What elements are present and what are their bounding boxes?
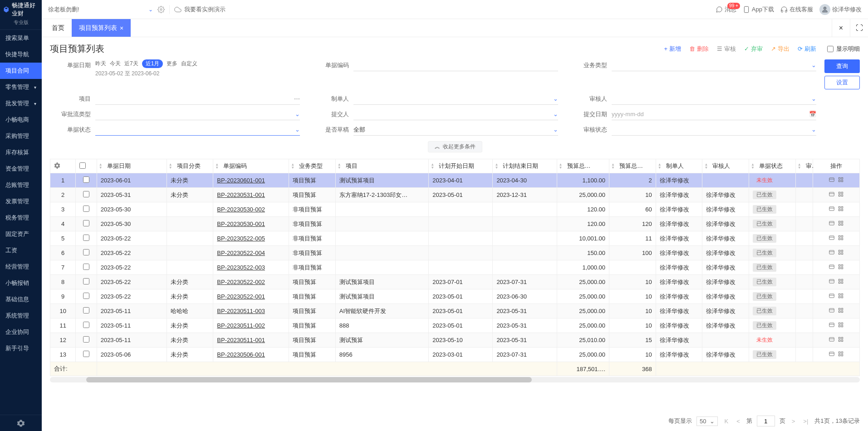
submitter-select[interactable]: ⌄ [353, 108, 558, 120]
row-checkbox[interactable] [83, 278, 89, 284]
table-row[interactable]: 82023-05-22未分类BP-20230522-002项目预算测试预算项目2… [50, 275, 860, 289]
view-icon[interactable] [829, 351, 835, 357]
table-row[interactable]: 52023-05-22BP-20230522-005非项目预算10,001.00… [50, 231, 860, 246]
more-icon[interactable] [838, 220, 844, 226]
draft-select[interactable]: 全部⌄ [353, 124, 558, 136]
sidebar-item[interactable]: 新手引导 [0, 340, 42, 357]
view-icon[interactable] [829, 176, 835, 183]
more-icon[interactable] [838, 176, 844, 183]
gear-icon[interactable] [157, 6, 165, 13]
col-auditor[interactable]: ▲▼审核人 [702, 159, 749, 173]
sidebar-item[interactable]: 采购管理 [0, 128, 42, 144]
page-last[interactable]: >| [801, 418, 810, 425]
view-icon[interactable] [829, 307, 835, 313]
more-icon[interactable] [838, 235, 844, 241]
table-row[interactable]: 112023-05-11未分类BP-20230511-002项目预算888202… [50, 318, 860, 333]
more-icon[interactable] [838, 264, 844, 270]
user-menu[interactable]: 徐泽华修改 [819, 4, 862, 15]
sidebar-settings[interactable] [0, 415, 42, 431]
col-project[interactable]: ▲▼项目 [335, 159, 428, 173]
demo-link[interactable]: 我要看实例演示 [174, 5, 226, 14]
biztype-select[interactable]: ⌄ [612, 59, 816, 71]
sidebar-item[interactable]: 基础信息 [0, 291, 42, 308]
col-budget1[interactable]: ▲▼预算总… [557, 159, 609, 173]
sidebar-item[interactable]: 搜索菜单 [0, 30, 42, 46]
sidebar-item[interactable]: 库存核算 [0, 144, 42, 161]
preset-custom[interactable]: 自定义 [181, 60, 197, 68]
auditor-select[interactable]: ⌄ [612, 93, 816, 105]
code-link[interactable]: BP-20230530-001 [217, 220, 265, 227]
auditstatus-select[interactable]: ⌄ [612, 124, 816, 136]
table-row[interactable]: 102023-05-11哈哈哈BP-20230511-003项目预算AI智能软硬… [50, 304, 860, 318]
table-row[interactable]: 42023-05-30BP-20230530-001非项目预算120.00120… [50, 217, 860, 231]
sidebar-item[interactable]: 税务管理 [0, 210, 42, 226]
sidebar-item[interactable]: 企业协同 [0, 324, 42, 340]
code-link[interactable]: BP-20230522-003 [217, 264, 265, 271]
service-button[interactable]: 在线客服 [780, 5, 813, 14]
settings-button[interactable]: 设置 [824, 76, 860, 89]
project-input[interactable]: ⋯ [95, 93, 300, 105]
table-row[interactable]: 92023-05-22未分类BP-20230522-001项目预算测试预算项目2… [50, 289, 860, 304]
code-link[interactable]: BP-20230601-001 [217, 177, 265, 184]
view-icon[interactable] [829, 191, 835, 197]
view-icon[interactable] [829, 206, 835, 212]
preset-today[interactable]: 今天 [110, 60, 121, 68]
col-biztype[interactable]: ▲▼业务类型 [289, 159, 336, 173]
col-extra[interactable]: ▲▼审… [795, 159, 813, 173]
show-detail-toggle[interactable]: 显示明细 [827, 45, 860, 53]
page-input[interactable] [757, 416, 775, 426]
sidebar-item[interactable]: 总账管理 [0, 177, 42, 193]
refresh-button[interactable]: ⟳刷新 [798, 45, 816, 53]
delete-button[interactable]: 🗑删除 [689, 45, 709, 53]
more-icon[interactable] [838, 278, 844, 284]
row-checkbox[interactable] [83, 336, 89, 343]
export-button[interactable]: ↗导出 [771, 45, 790, 53]
audit-button[interactable]: ☰审核 [717, 45, 736, 53]
row-checkbox[interactable] [83, 264, 89, 270]
view-icon[interactable] [829, 322, 835, 328]
add-button[interactable]: +新增 [664, 45, 681, 53]
table-row[interactable]: 132023-05-06未分类BP-20230506-001项目预算895620… [50, 348, 860, 362]
more-icon[interactable] [838, 191, 844, 197]
sidebar-item[interactable]: 发票管理 [0, 193, 42, 210]
page-next[interactable]: > [790, 418, 797, 425]
table-row[interactable]: 72023-05-22BP-20230522-003非项目预算1,000.00徐… [50, 260, 860, 275]
row-checkbox[interactable] [83, 322, 89, 328]
view-icon[interactable] [829, 336, 835, 343]
view-icon[interactable] [829, 278, 835, 284]
preset-last7[interactable]: 近7天 [124, 60, 138, 68]
view-icon[interactable] [829, 235, 835, 241]
message-button[interactable]: 消息 99 + [716, 5, 736, 14]
download-button[interactable]: App下载 [743, 5, 774, 14]
code-link[interactable]: BP-20230511-001 [217, 337, 265, 343]
scrollbar-thumb[interactable] [86, 377, 532, 382]
tab-fullscreen[interactable]: ⛶ [850, 19, 868, 37]
col-code[interactable]: ▲▼单据编码 [213, 159, 289, 173]
col-budget2[interactable]: ▲▼预算总… [609, 159, 656, 173]
collapse-filters[interactable]: ︽ 收起更多条件 [428, 141, 482, 152]
tab-budget-list[interactable]: 项目预算列表 × [72, 19, 131, 37]
page-first[interactable]: K [722, 418, 730, 425]
flowtype-select[interactable]: ⌄ [95, 108, 300, 120]
view-icon[interactable] [829, 293, 835, 299]
sidebar-item[interactable]: 小畅报销 [0, 275, 42, 291]
query-button[interactable]: 查询 [824, 59, 860, 73]
show-detail-checkbox[interactable] [827, 46, 834, 52]
tab-close-all[interactable]: × [832, 19, 850, 37]
col-checkbox[interactable] [76, 159, 97, 173]
col-date[interactable]: ▲▼单据日期 [97, 159, 167, 173]
h-scrollbar[interactable] [50, 377, 860, 382]
row-checkbox[interactable] [83, 206, 89, 212]
code-link[interactable]: BP-20230522-001 [217, 293, 265, 300]
sidebar-item[interactable]: 零售管理▾ [0, 79, 42, 95]
code-link[interactable]: BP-20230530-002 [217, 206, 265, 213]
close-icon[interactable]: × [120, 24, 123, 32]
sidebar-item[interactable]: 项目合同 [0, 63, 42, 79]
sidebar-item[interactable]: 固定资产 [0, 226, 42, 242]
row-checkbox[interactable] [83, 176, 89, 183]
more-icon[interactable] [838, 322, 844, 328]
more-icon[interactable] [838, 336, 844, 343]
view-icon[interactable] [829, 220, 835, 226]
col-creator[interactable]: ▲▼制单人 [656, 159, 702, 173]
view-icon[interactable] [829, 249, 835, 255]
